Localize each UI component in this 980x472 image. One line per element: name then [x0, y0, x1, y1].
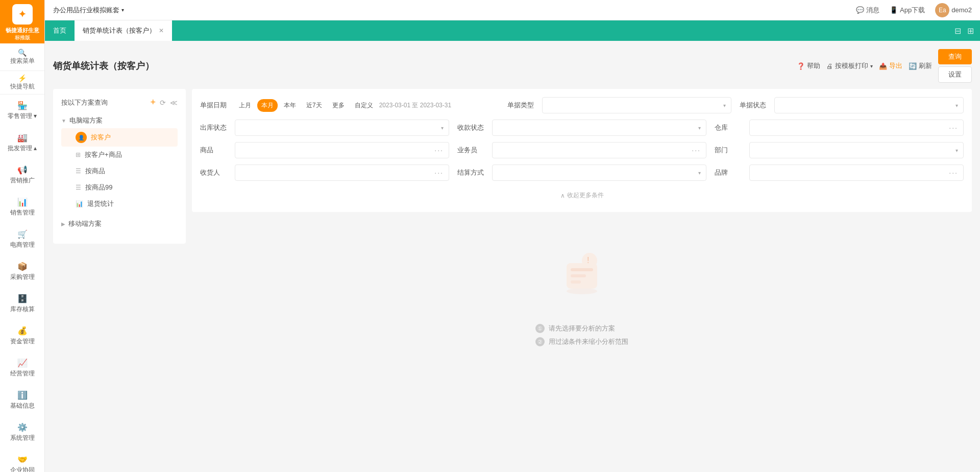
sidebar-item-ecommerce[interactable]: 🛒 电商管理 — [0, 223, 44, 255]
wholesale-label: 批发管理 ▴ — [8, 144, 37, 153]
filter-and-results-panel: 单据日期 上月 本月 本年 近7天 更多 自定义 2023-03-01 至 20… — [192, 89, 972, 377]
collect-status-chevron-icon: ▾ — [698, 125, 701, 131]
content-wrapper: 销货单统计表（按客户） ❓ 帮助 🖨 按模板打印 ▾ 📤 导出 🔄 刷新 — [45, 41, 980, 385]
print-icon: 🖨 — [826, 62, 833, 70]
logo-icon: ✦ — [12, 4, 33, 25]
scheme-item-by-customer-goods[interactable]: ⊞ 按客户+商品 — [61, 147, 178, 163]
sidebar-item-marketing[interactable]: 📢 营销推广 — [0, 159, 44, 191]
salesperson-control[interactable]: ··· — [492, 142, 706, 158]
company-selector[interactable]: 办公用品行业模拟账套 ▾ — [53, 6, 124, 15]
maximize-icon[interactable]: ⊞ — [967, 26, 974, 36]
salesperson-filter-item: 业务员 ··· — [457, 142, 706, 158]
goods-control[interactable]: ··· — [235, 142, 449, 158]
collapse-scheme-icon[interactable]: ≪ — [170, 99, 178, 107]
warehouse-control[interactable]: ··· — [749, 120, 964, 136]
tabbar: 首页 销货单统计表（按客户） ✕ ⊟ ⊞ — [45, 20, 980, 41]
settlement-control[interactable]: ▾ — [492, 164, 706, 181]
app-download-btn[interactable]: 📱 App下载 — [890, 6, 925, 15]
out-status-control[interactable]: ▾ — [235, 120, 449, 136]
salesperson-label: 业务员 — [457, 146, 488, 155]
svg-text:!: ! — [587, 256, 589, 265]
sidebar-item-system[interactable]: ⚙️ 系统管理 — [0, 416, 44, 449]
sales-icon: 📊 — [17, 197, 28, 207]
svg-point-5 — [582, 253, 597, 268]
doc-status-control[interactable]: ▾ — [774, 97, 964, 113]
scheme-item-return-stats[interactable]: 📊 退货统计 — [61, 196, 178, 212]
goods-label: 商品 — [200, 146, 231, 155]
tab-close-icon[interactable]: ✕ — [159, 27, 164, 34]
sidebar-item-inventory[interactable]: 🗄️ 库存核算 — [0, 288, 44, 320]
dept-control[interactable]: ▾ — [749, 142, 964, 158]
tab-home[interactable]: 首页 — [45, 20, 75, 41]
empty-tips: ① 请先选择要分析的方案 ② 用过滤条件来缩小分析范围 — [535, 324, 628, 346]
scheme-header: 按以下方案查询 + ⟳ ≪ — [61, 97, 178, 108]
collect-status-filter-item: 收款状态 ▾ — [457, 120, 706, 136]
add-scheme-btn[interactable]: + — [150, 97, 156, 108]
scheme-title: 按以下方案查询 — [61, 98, 108, 107]
main-action-buttons: 查询 设置 — [938, 49, 972, 83]
out-status-label: 出库状态 — [200, 123, 231, 132]
recipient-filter-item: 收货人 ··· — [200, 164, 449, 181]
date-tab-last-month[interactable]: 上月 — [235, 99, 255, 112]
brand-control[interactable]: ··· — [749, 164, 964, 181]
window-controls: ⊟ ⊞ — [948, 26, 980, 36]
sidebar-item-wholesale[interactable]: 🏭 批发管理 ▴ — [0, 127, 44, 159]
system-label: 系统管理 — [10, 434, 35, 442]
tip-1-text: 请先选择要分析的方案 — [549, 324, 615, 333]
help-btn[interactable]: ❓ 帮助 — [797, 61, 820, 70]
recipient-label: 收货人 — [200, 168, 231, 177]
export-label: 导出 — [889, 61, 902, 70]
settings-button[interactable]: 设置 — [938, 66, 972, 83]
doc-status-filter-item: 单据状态 ▾ — [740, 97, 964, 113]
refresh-btn[interactable]: 🔄 刷新 — [909, 61, 932, 70]
sidebar-item-operations[interactable]: 📈 经营管理 — [0, 352, 44, 384]
message-btn[interactable]: 💬 消息 — [856, 6, 879, 15]
help-label: 帮助 — [807, 61, 820, 70]
scheme-group-pc: ▼ 电脑端方案 👤 按客户 ⊞ 按客户+商品 — [61, 113, 178, 212]
tab-home-label: 首页 — [53, 26, 66, 35]
user-profile[interactable]: Ea demo2 — [935, 3, 972, 17]
collapse-filters-btn[interactable]: ∧ 收起更多条件 — [200, 187, 964, 204]
scheme-group-mobile-header[interactable]: ▶ 移动端方案 — [61, 216, 178, 231]
scheme-item-by-goods[interactable]: ☰ 按商品 — [61, 163, 178, 179]
sidebar-item-purchase[interactable]: 📦 采购管理 — [0, 255, 44, 288]
scheme-item-by-customer[interactable]: 👤 按客户 — [61, 128, 178, 147]
sidebar-item-basic[interactable]: ℹ️ 基础信息 — [0, 384, 44, 416]
export-icon: 📤 — [879, 62, 887, 70]
by-customer-label: 按客户 — [91, 133, 111, 142]
print-btn[interactable]: 🖨 按模板打印 ▾ — [826, 61, 873, 70]
minimize-icon[interactable]: ⊟ — [954, 26, 961, 36]
refresh-scheme-icon[interactable]: ⟳ — [160, 99, 166, 107]
tab-report[interactable]: 销货单统计表（按客户） ✕ — [75, 20, 172, 41]
date-tab-7days[interactable]: 近7天 — [302, 99, 326, 112]
scheme-group-pc-header[interactable]: ▼ 电脑端方案 — [61, 113, 178, 128]
goods-dots-icon: ··· — [434, 146, 444, 154]
search-menu[interactable]: 🔍 搜索菜单 — [0, 43, 44, 71]
sidebar-item-enterprise[interactable]: 🤝 企业协同 — [0, 449, 44, 472]
app-logo: ✦ 畅捷通好生意 标推版 — [0, 0, 44, 43]
sidebar-item-finance[interactable]: 💰 资金管理 — [0, 320, 44, 352]
scheme-item-by-goods99[interactable]: ☰ 按商品99 — [61, 179, 178, 196]
collect-status-control[interactable]: ▾ — [492, 120, 706, 136]
bar-chart-icon: 📊 — [76, 200, 83, 207]
date-tab-this-month[interactable]: 本月 — [257, 99, 278, 112]
export-btn[interactable]: 📤 导出 — [879, 61, 902, 70]
date-tab-custom[interactable]: 自定义 — [351, 99, 377, 112]
scheme-panel: 按以下方案查询 + ⟳ ≪ ▼ 电脑端方案 — [53, 89, 186, 377]
list2-icon: ☰ — [76, 184, 81, 191]
doc-type-control[interactable]: ▾ — [542, 97, 731, 113]
out-status-filter-item: 出库状态 ▾ — [200, 120, 449, 136]
group-expand-icon: ▼ — [61, 118, 66, 124]
enterprise-icon: 🤝 — [17, 455, 28, 464]
sidebar-item-sales[interactable]: 📊 销售管理 — [0, 191, 44, 223]
recipient-control[interactable]: ··· — [235, 164, 449, 181]
quick-nav[interactable]: ⚡ 快捷导航 — [0, 71, 44, 95]
date-tab-this-year[interactable]: 本年 — [280, 99, 300, 112]
query-button[interactable]: 查询 — [938, 49, 972, 64]
purchase-label: 采购管理 — [10, 273, 35, 281]
sidebar-item-retail[interactable]: 🏪 零售管理 ▾ — [0, 95, 44, 127]
date-tab-more[interactable]: 更多 — [328, 99, 349, 112]
filter-row-2: 出库状态 ▾ 收款状态 ▾ — [200, 120, 964, 136]
inventory-label: 库存核算 — [10, 305, 35, 314]
basic-icon: ℹ️ — [17, 390, 28, 400]
